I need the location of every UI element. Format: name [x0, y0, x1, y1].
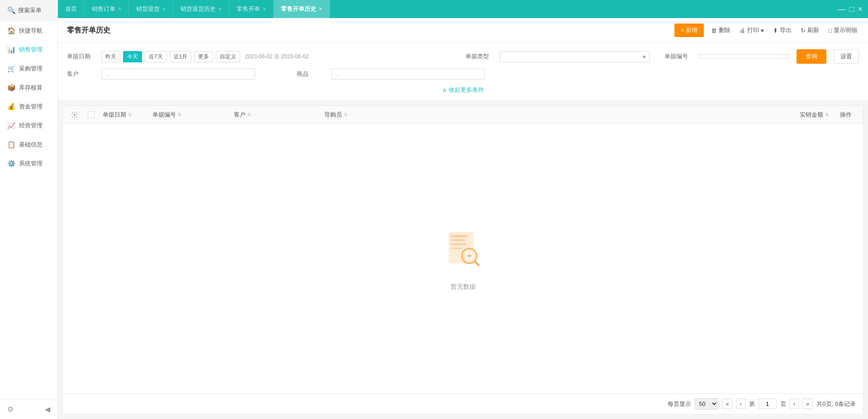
doc-num-input[interactable] — [699, 54, 789, 59]
doc-type-arrow-icon: ▾ — [643, 53, 646, 60]
display-cols-button[interactable]: □ 显示明细 — [826, 24, 859, 36]
export-label: 导出 — [780, 26, 792, 34]
sidebar-item-sys-mgmt[interactable]: ⚙️ 系统管理 — [0, 154, 57, 173]
sort-customer-icon[interactable]: ⇅ — [247, 112, 251, 117]
sidebar-item-label: 销售管理 — [19, 46, 43, 54]
tab-retail-open-history-close[interactable]: × — [319, 6, 322, 12]
date-btn-yesterday[interactable]: 昨天 — [101, 51, 120, 62]
date-btn-last7[interactable]: 近7天 — [145, 51, 167, 62]
sidebar-search[interactable]: 🔍 搜索采单 — [0, 0, 57, 21]
delete-icon: 🗑 — [711, 27, 717, 34]
empty-state: 暂无数据 — [63, 124, 863, 393]
last-page-btn[interactable]: » — [802, 399, 813, 409]
add-button[interactable]: + 新增 — [674, 24, 704, 37]
sidebar-nav: 🏠 快捷导航 📊 销售管理 🛒 采购管理 📦 库存核算 💰 资金管理 📈 经营管… — [0, 21, 57, 399]
date-filter-buttons: 昨天 今天 近7天 近1月 更多 自定义 2023-06-02 至 2023-0… — [101, 51, 309, 62]
date-btn-more[interactable]: 更多 — [194, 51, 213, 62]
tab-home[interactable]: 首页 — [58, 0, 85, 18]
sidebar-collapse-btn[interactable]: ◀ — [45, 405, 50, 414]
date-btn-last1m[interactable]: 近1月 — [170, 51, 192, 62]
print-button[interactable]: 🖨 打印 ▾ — [738, 24, 766, 36]
page-content: 零售开单历史 + 新增 🗑 删除 🖨 打印 ▾ ⬆ 导出 ↻ — [58, 18, 868, 419]
sort-amount-icon[interactable]: ⇅ — [825, 112, 829, 117]
refresh-label: 刷新 — [807, 26, 819, 34]
close-window-btn[interactable]: × — [858, 5, 863, 14]
empty-illustration — [438, 226, 488, 276]
tab-bar-right: — □ × — [838, 5, 868, 14]
sort-num-icon[interactable]: ⇅ — [178, 112, 181, 117]
doc-type-select[interactable]: ▾ — [500, 51, 650, 62]
tab-retail-open-label: 零售开单 — [237, 5, 260, 13]
export-button[interactable]: ⬆ 导出 — [771, 24, 793, 36]
per-page-select[interactable]: 50 10 20 100 — [695, 398, 718, 410]
toolbar: + 新增 🗑 删除 🖨 打印 ▾ ⬆ 导出 ↻ 刷新 — [674, 24, 859, 37]
refresh-button[interactable]: ↻ 刷新 — [799, 24, 821, 36]
th-guide-label: 导购员 — [324, 111, 342, 119]
collapse-more-btn[interactable]: ∧ 收起更多条件 — [67, 84, 859, 96]
maximize-btn[interactable]: □ — [849, 5, 854, 14]
data-table: 单据日期 ⇅ 单据编号 ⇅ 客户 ⇅ 导购员 ⇅ — [62, 105, 863, 414]
sidebar-item-quick-nav[interactable]: 🏠 快捷导航 — [0, 21, 57, 40]
svg-rect-5 — [451, 248, 462, 250]
query-button[interactable]: 查询 — [797, 49, 826, 64]
tab-sales-order-close[interactable]: × — [118, 6, 121, 12]
tab-sales-return[interactable]: 销货退货 × — [129, 0, 173, 18]
tab-sales-return-history-close[interactable]: × — [218, 6, 222, 12]
th-settings[interactable] — [66, 111, 83, 118]
page-total: 共0页, 0条记录 — [816, 400, 856, 408]
main-area: 首页 销售订单 × 销货退货 × 销货退货历史 × 零售开单 × 零售开单历史 … — [58, 0, 868, 419]
doc-type-label: 单据类型 — [465, 52, 493, 61]
collapse-icon: ∧ — [442, 87, 447, 94]
page-input[interactable] — [759, 399, 777, 409]
date-btn-today[interactable]: 今天 — [123, 51, 142, 62]
goods-input[interactable]: ... — [331, 68, 485, 80]
header-checkbox[interactable] — [88, 111, 95, 118]
settings-button[interactable]: 设置 — [834, 49, 859, 64]
sidebar-item-ops[interactable]: 📈 经营管理 — [0, 116, 57, 135]
sort-guide-icon[interactable]: ⇅ — [344, 112, 347, 117]
sidebar-item-inventory[interactable]: 📦 库存核算 — [0, 78, 57, 97]
th-customer: 客户 ⇅ — [230, 111, 321, 119]
customer-placeholder: ... — [105, 71, 110, 77]
ops-icon: 📈 — [7, 122, 15, 130]
sidebar-item-sales-mgmt[interactable]: 📊 销售管理 — [0, 40, 57, 59]
sidebar-settings-btn[interactable]: ⚙ — [7, 405, 14, 414]
minimize-btn[interactable]: — — [838, 5, 846, 14]
customer-input[interactable]: ... — [101, 68, 255, 80]
th-num: 单据编号 ⇅ — [149, 111, 230, 119]
tab-retail-open[interactable]: 零售开单 × — [229, 0, 274, 18]
tab-retail-open-close[interactable]: × — [263, 6, 266, 12]
empty-text: 暂无数据 — [451, 283, 476, 291]
tab-retail-open-history[interactable]: 零售开单历史 × — [274, 0, 330, 18]
th-checkbox[interactable] — [83, 111, 99, 118]
sidebar-item-finance[interactable]: 💰 资金管理 — [0, 97, 57, 116]
date-filter-label: 单据日期 — [67, 52, 94, 61]
tab-bar: 首页 销售订单 × 销货退货 × 销货退货历史 × 零售开单 × 零售开单历史 … — [58, 0, 868, 18]
svg-point-0 — [74, 114, 76, 116]
prev-page-btn[interactable]: ‹ — [736, 399, 745, 409]
first-page-btn[interactable]: « — [722, 399, 732, 409]
tab-sales-return-close[interactable]: × — [162, 6, 166, 12]
sidebar-item-label: 系统管理 — [19, 160, 43, 168]
purchase-icon: 🛒 — [7, 65, 15, 73]
th-num-label: 单据编号 — [152, 111, 176, 119]
th-amount-label: 实销金额 — [800, 111, 823, 119]
goods-label: 商品 — [297, 70, 324, 78]
svg-line-8 — [474, 261, 479, 265]
per-page-label: 每页显示 — [668, 400, 691, 408]
svg-rect-2 — [451, 235, 467, 237]
date-btn-custom[interactable]: 自定义 — [216, 51, 240, 62]
sys-icon: ⚙️ — [7, 160, 15, 168]
th-ops: 操作 — [832, 111, 859, 119]
sort-date-icon[interactable]: ⇅ — [128, 112, 132, 117]
sidebar-item-purchase-mgmt[interactable]: 🛒 采购管理 — [0, 59, 57, 78]
tab-sales-return-history[interactable]: 销货退货历史 × — [173, 0, 229, 18]
next-page-btn[interactable]: › — [790, 399, 799, 409]
tab-sales-order[interactable]: 销售订单 × — [85, 0, 129, 18]
date-range-display: 2023-06-02 至 2023-06-02 — [245, 53, 308, 61]
inventory-icon: 📦 — [7, 84, 15, 92]
th-guide: 导购员 ⇅ — [321, 111, 375, 119]
delete-button[interactable]: 🗑 删除 — [709, 24, 732, 36]
sidebar-item-basic-info[interactable]: 📋 基础信息 — [0, 135, 57, 154]
page-header: 零售开单历史 + 新增 🗑 删除 🖨 打印 ▾ ⬆ 导出 ↻ — [58, 18, 868, 43]
